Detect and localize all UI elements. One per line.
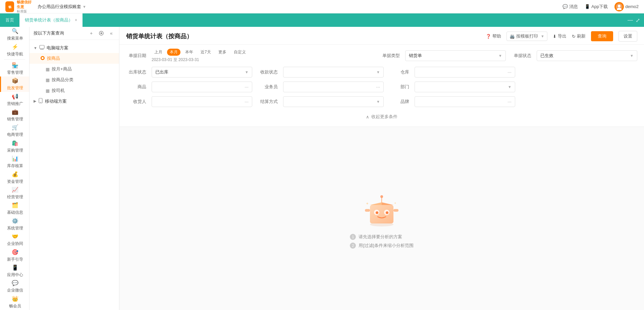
svg-text:畅: 畅 <box>8 5 11 9</box>
receiver-label: 收货人 <box>126 99 146 105</box>
wechat-icon: 💬 <box>12 280 18 286</box>
sidebar-item-corp[interactable]: 🤝 企业协同 <box>0 232 29 248</box>
empty-state: ✦ ✦ ✦ 1 请先选择要分析的方案 2 用[过滤]条件来缩小分析范围 <box>119 127 644 310</box>
sidebar-item-retail[interactable]: 🏪 零售管理 <box>0 61 29 76</box>
date-tab-more[interactable]: 更多 <box>216 49 229 56</box>
payment-status-select[interactable]: ▼ <box>283 67 384 78</box>
add-scheme-btn[interactable]: + <box>88 30 95 37</box>
marketing-icon: 📢 <box>12 93 18 100</box>
tree-item-by-category[interactable]: ▦ 按商品分类 <box>30 74 119 85</box>
top-right: 💬 消息 📱 App下载 demo2 <box>562 2 639 11</box>
edit-scheme-btn[interactable] <box>98 30 105 37</box>
username-label: demo2 <box>625 4 639 9</box>
main-layout: 🔍 搜索菜单 ⚡ 快捷导航 🏪 零售管理 📦 批发管理 📢 营销推广 💼 销售管… <box>0 27 644 310</box>
sidebar-item-sales[interactable]: 💼 销售管理 <box>0 108 29 123</box>
sidebar-item-vip[interactable]: 👑 畅会员 <box>0 295 29 310</box>
help-label: 帮助 <box>492 33 501 39</box>
sidebar-label-vip: 畅会员 <box>9 303 21 309</box>
tree-section: ▼ 电脑端方案 按商品 ▦ 按月+商品 <box>30 40 119 109</box>
sidebar-item-system[interactable]: ⚙️ 系统管理 <box>0 217 29 232</box>
logo-text-line1: 畅捷信好生意 <box>17 0 35 9</box>
search-button[interactable]: 查询 <box>591 31 613 41</box>
tree-group-pc[interactable]: ▼ 电脑端方案 <box>30 43 119 53</box>
svg-rect-23 <box>365 209 370 212</box>
salesman-input[interactable]: ··· <box>283 82 384 92</box>
tree-item-by-goods[interactable]: 按商品 <box>30 53 119 64</box>
sidebar-label-sales: 销售管理 <box>7 116 23 122</box>
settings-button[interactable]: 设置 <box>619 31 637 42</box>
svg-text:✦: ✦ <box>394 201 396 205</box>
sidebar-item-newbie[interactable]: 🎯 新手引导 <box>0 248 29 263</box>
refresh-btn[interactable]: ↻ 刷新 <box>572 33 586 39</box>
tree-group-pc-label: 电脑端方案 <box>47 45 68 51</box>
doc-type-label: 单据类型 <box>380 53 400 59</box>
date-tab-7days[interactable]: 近7天 <box>198 49 214 56</box>
collapse-filters-btn[interactable]: ∧ 收起更多条件 <box>126 111 637 122</box>
dept-select[interactable]: ▼ <box>415 82 515 92</box>
help-icon: ❓ <box>486 34 491 39</box>
sidebar-item-quicknav[interactable]: ⚡ 快捷导航 <box>0 42 29 58</box>
tab-home[interactable]: 首页 <box>0 13 19 27</box>
apps-icon: 📱 <box>12 264 18 271</box>
tree-item-by-cashier[interactable]: ▦ 按司机 <box>30 85 119 96</box>
brand-input[interactable]: ··· <box>415 96 515 107</box>
goods-input[interactable]: ··· <box>152 82 252 92</box>
export-icon: ⬇ <box>553 34 556 39</box>
tab-stats[interactable]: 销货单统计表（按商品） × <box>19 13 83 27</box>
message-label: 消息 <box>569 4 578 10</box>
tab-minimize-icon[interactable]: — <box>628 17 633 23</box>
hint-number-2: 2 <box>350 243 356 249</box>
sidebar-item-apps[interactable]: 📱 应用中心 <box>0 263 29 279</box>
industry-selector[interactable]: 办公用品行业模拟账套 ▼ <box>38 4 86 10</box>
app-download-btn[interactable]: 📱 App下载 <box>585 4 608 10</box>
collapse-panel-btn[interactable]: « <box>108 30 115 37</box>
svg-text:✦: ✦ <box>366 201 369 206</box>
export-btn[interactable]: ⬇ 导出 <box>553 33 567 39</box>
out-status-arrow-icon: ▼ <box>245 70 249 74</box>
base-icon: 🗂️ <box>12 202 18 208</box>
message-btn[interactable]: 💬 消息 <box>562 4 578 10</box>
warehouse-input[interactable]: ··· <box>415 67 515 78</box>
sidebar-item-ecommerce[interactable]: 🛒 电商管理 <box>0 123 29 139</box>
sidebar-item-wholesale[interactable]: 📦 批发管理 <box>0 76 29 92</box>
date-tab-this-month[interactable]: 本月 <box>167 49 180 56</box>
goods-dots-icon: ··· <box>245 84 249 90</box>
doc-status-select[interactable]: 已生效 ▼ <box>537 50 637 61</box>
user-menu[interactable]: demo2 <box>614 2 639 11</box>
svg-point-6 <box>101 33 102 34</box>
sidebar-item-purchase[interactable]: 🛍️ 采购管理 <box>0 139 29 154</box>
sidebar-item-finance[interactable]: 💰 资金管理 <box>0 170 29 185</box>
tab-close-icon[interactable]: × <box>75 18 77 22</box>
svg-text:✦: ✦ <box>390 219 392 222</box>
sidebar-item-inventory[interactable]: 📊 库存核算 <box>0 154 29 170</box>
out-status-select[interactable]: 已出库 ▼ <box>152 67 252 78</box>
tab-expand-icon[interactable]: ⤢ <box>636 17 640 23</box>
print-btn[interactable]: 🖨️ 按模板打印 ▼ <box>506 32 547 41</box>
quick-nav-icon: ⚡ <box>12 44 18 50</box>
date-tab-last-month[interactable]: 上月 <box>152 49 165 56</box>
settlement-arrow-icon: ▼ <box>376 100 380 104</box>
date-tabs: 上月 本月 本年 近7天 更多 自定义 <box>152 49 374 56</box>
tree-group-mobile[interactable]: ▶ 移动端方案 <box>30 96 119 106</box>
sidebar-item-wechat[interactable]: 💬 企业微信 <box>0 279 29 294</box>
sidebar-item-marketing[interactable]: 📢 营销推广 <box>0 92 29 107</box>
sidebar-item-search[interactable]: 🔍 搜索菜单 <box>0 27 29 42</box>
date-tab-custom[interactable]: 自定义 <box>231 49 249 56</box>
receiver-dots-icon: ··· <box>245 99 249 104</box>
date-range-text: 2023-03-01 至 2023-03-31 <box>152 57 374 63</box>
settlement-select[interactable]: ▼ <box>283 96 384 107</box>
sidebar-item-ops[interactable]: 📈 经营管理 <box>0 186 29 201</box>
sidebar-item-base[interactable]: 🗂️ 基础信息 <box>0 201 29 216</box>
out-status-label: 出库状态 <box>126 69 146 75</box>
doc-type-select[interactable]: 销货单 ▼ <box>405 50 506 61</box>
payment-status-arrow-icon: ▼ <box>376 70 380 74</box>
sidebar-label-apps: 应用中心 <box>7 272 23 278</box>
help-btn[interactable]: ❓ 帮助 <box>486 33 501 39</box>
tree-item-by-month-goods[interactable]: ▦ 按月+商品 <box>30 64 119 74</box>
sidebar-label-marketing: 营销推广 <box>7 101 23 107</box>
payment-status-label: 收款状态 <box>258 69 278 75</box>
date-tab-this-year[interactable]: 本年 <box>182 49 196 56</box>
top-header: 畅 畅捷信好生意 标准版 办公用品行业模拟账套 ▼ 💬 消息 📱 App下载 d… <box>0 0 644 13</box>
receiver-input[interactable]: ··· <box>152 96 252 107</box>
corp-icon: 🤝 <box>12 233 18 240</box>
